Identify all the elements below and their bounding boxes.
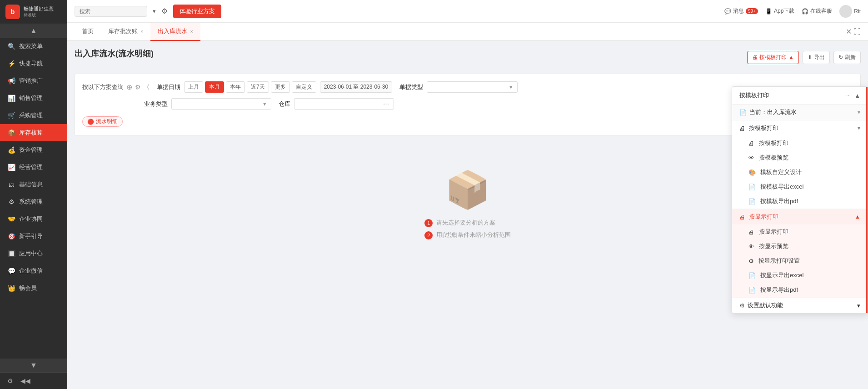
display-items: 🖨 按显示打印 👁 按显示预览 ⚙ 按显示打印设置 📄 按显示导出excel [732, 224, 868, 297]
filter-collapse-btn[interactable]: 《 [144, 83, 150, 91]
app-edition: 标准版 [24, 12, 54, 18]
tab-close-all-btn[interactable]: ✕ [846, 27, 852, 36]
tab-maximize-btn[interactable]: ⛶ [853, 28, 861, 36]
biz-field-label: 业务类型 [144, 100, 168, 108]
online-service-btn[interactable]: 🎧 在线客服 [802, 7, 832, 15]
print-icon: 🖨 [752, 54, 758, 60]
sidebar-item-label: 搜索菜单 [19, 42, 43, 50]
sidebar-item-label: 库存核算 [19, 129, 43, 137]
tab-flow[interactable]: 出入库流水 × [150, 23, 200, 41]
dropdown-template-preview[interactable]: 👁 按模板预览 [732, 150, 868, 165]
sidebar-item-search[interactable]: 🔍 搜索菜单 [0, 38, 67, 55]
dropdown-display-excel[interactable]: 📄 按显示导出excel [732, 268, 868, 283]
step-2-text: 用[过滤]条件来缩小分析范围 [436, 231, 510, 239]
date-btn-this-year[interactable]: 本年 [226, 81, 245, 93]
dropdown-display-pdf[interactable]: 📄 按显示导出pdf [732, 283, 868, 297]
search-icon: 🔍 [7, 43, 15, 50]
top-header: ▾ ⚙ 体验行业方案 💬 消息 99+ 📱 App下载 🎧 在线客服 Rit [67, 0, 868, 23]
sidebar-item-finance[interactable]: 💰 资金管理 [0, 141, 67, 159]
biz-chevron-down-icon: ▾ [263, 100, 266, 107]
refresh-btn[interactable]: ↻ 刷新 [833, 51, 861, 64]
sidebar-item-label: 基础信息 [19, 180, 43, 189]
message-btn[interactable]: 💬 消息 99+ [724, 7, 758, 15]
dropdown-footer[interactable]: ⚙ 设置默认功能 ▾ [732, 298, 868, 313]
page-title: 出入库流水(流水明细) [75, 48, 154, 59]
operation-icon: 📈 [7, 164, 15, 171]
sidebar-collapse-btn[interactable]: ◀◀ [20, 377, 30, 384]
export-btn[interactable]: ⬆ 导出 [803, 51, 830, 64]
resize-handle[interactable] [866, 87, 868, 313]
dropdown-header: 按模板打印 ··· ▲ [732, 87, 868, 105]
date-btn-custom[interactable]: 自定义 [292, 81, 316, 93]
sidebar-settings-btn[interactable]: ⚙ [7, 377, 13, 384]
sidebar-item-quick-nav[interactable]: ⚡ 快捷导航 [0, 55, 67, 72]
user-avatar-btn[interactable]: Rit [839, 5, 861, 18]
tab-flow-close[interactable]: × [190, 29, 193, 34]
filter-settings-btn[interactable]: ⚙ [135, 84, 141, 91]
header-settings-btn[interactable]: ⚙ [161, 7, 168, 15]
inventory-icon: 📦 [7, 129, 15, 136]
template-print-section: 🖨 按模板打印 ▾ 🖨 按模板打印 👁 按模板预览 🎨 [732, 120, 868, 209]
template-print-header[interactable]: 🖨 按模板打印 ▾ [732, 120, 868, 136]
sidebar-item-wechat[interactable]: 💬 企业微信 [0, 262, 67, 279]
refresh-label: 刷新 [845, 54, 856, 61]
app-download-label: App下载 [774, 7, 794, 15]
biz-select[interactable]: ▾ [171, 98, 271, 110]
header-search-input[interactable] [75, 6, 147, 17]
sidebar-item-system[interactable]: ⚙ 系统管理 [0, 193, 67, 210]
tag-flow-detail[interactable]: 🔴 流水明细 [82, 116, 123, 127]
filter-add-btn[interactable]: ⊕ [126, 83, 132, 91]
footer-label: 设置默认功能 [748, 301, 783, 309]
sidebar-scroll-down[interactable]: ▼ [0, 359, 67, 372]
sidebar-item-inventory[interactable]: 📦 库存核算 [0, 124, 67, 141]
industry-btn[interactable]: 体验行业方案 [173, 5, 221, 18]
print-template-btn[interactable]: 🖨 按模板打印 ▲ [747, 51, 799, 64]
tab-batch-account[interactable]: 库存批次账 × [101, 23, 150, 41]
date-btn-this-month[interactable]: 本月 [205, 81, 224, 93]
sidebar-item-operation[interactable]: 📈 经营管理 [0, 159, 67, 176]
dropdown-display-preview[interactable]: 👁 按显示预览 [732, 239, 868, 254]
biz-filter-group: 业务类型 ▾ [144, 98, 271, 110]
sidebar-item-sales[interactable]: 📊 销售管理 [0, 90, 67, 107]
sidebar-logo: b 畅捷通好生意 标准版 [0, 0, 67, 24]
dropdown-close-btn[interactable]: ▲ [854, 92, 860, 99]
tab-batch-account-close[interactable]: × [140, 29, 143, 34]
dropdown-template-print[interactable]: 🖨 按模板打印 [732, 136, 868, 150]
app-download-btn[interactable]: 📱 App下载 [765, 7, 794, 15]
type-select[interactable]: ▾ [427, 81, 518, 93]
dropdown-panel: 按模板打印 ··· ▲ 📄 当前：出入库流水 ▾ 🖨 [732, 86, 868, 314]
display-print-header[interactable]: 🖨 按显示打印 ▲ [732, 209, 868, 224]
warehouse-select[interactable]: ⋯ [294, 98, 394, 110]
date-range-display[interactable]: 2023-06-01 至 2023-06-30 [320, 81, 392, 93]
sidebar-item-basic[interactable]: 🗂 基础信息 [0, 176, 67, 193]
sidebar-item-purchase[interactable]: 🛒 采购管理 [0, 107, 67, 124]
tab-home[interactable]: 首页 [75, 23, 101, 41]
dropdown-display-print-settings[interactable]: ⚙ 按显示打印设置 [732, 254, 868, 268]
display-print-icon: 🖨 [748, 229, 754, 235]
sidebar-item-app-center[interactable]: 🔲 应用中心 [0, 245, 67, 262]
empty-steps: 1 请先选择要分析的方案 2 用[过滤]条件来缩小分析范围 [424, 219, 510, 243]
dropdown-ellipsis[interactable]: ··· [846, 92, 851, 99]
print-template-label: 按模板打印 [759, 54, 787, 61]
sidebar-item-collab[interactable]: 🤝 企业协同 [0, 210, 67, 228]
display-preview-icon: 👁 [748, 243, 754, 250]
dropdown-template-excel[interactable]: 📄 按模板导出excel [732, 180, 868, 194]
message-label: 消息 [733, 7, 744, 15]
template-excel-icon: 📄 [748, 184, 756, 190]
sidebar-item-guide[interactable]: 🎯 新手引导 [0, 228, 67, 245]
footer-label-wrap: ⚙ 设置默认功能 [739, 301, 783, 309]
dropdown-display-print[interactable]: 🖨 按显示打印 [732, 224, 868, 239]
empty-step-2: 2 用[过滤]条件来缩小分析范围 [424, 231, 510, 239]
member-icon: 👑 [7, 284, 15, 292]
sidebar-item-marketing[interactable]: 📢 营销推广 [0, 72, 67, 90]
sidebar-item-member[interactable]: 👑 畅会员 [0, 279, 67, 297]
date-btn-last-month[interactable]: 上月 [184, 81, 203, 93]
dropdown-template-custom[interactable]: 🎨 模板自定义设计 [732, 165, 868, 180]
print-section-icon: 🖨 [739, 125, 745, 132]
date-btn-7days[interactable]: 近7天 [247, 81, 269, 93]
header-dropdown-btn[interactable]: ▾ [153, 8, 156, 15]
date-btn-more[interactable]: 更多 [271, 81, 290, 93]
display-print-section: 🖨 按显示打印 ▲ 🖨 按显示打印 👁 按显示预览 ⚙ [732, 209, 868, 298]
sidebar-scroll-up[interactable]: ▲ [0, 24, 67, 38]
dropdown-template-pdf[interactable]: 📄 按模板导出pdf [732, 194, 868, 209]
